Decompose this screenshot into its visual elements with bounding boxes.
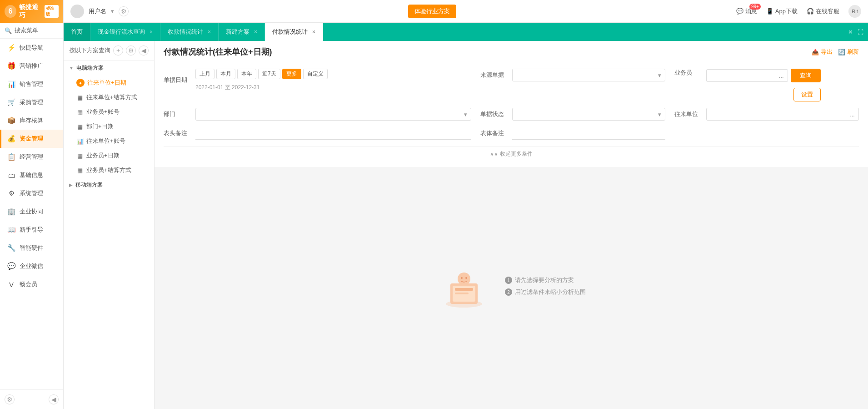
voucher-status-select[interactable]: ▾ xyxy=(512,108,665,121)
panel-settings-btn[interactable]: ⚙ xyxy=(126,45,136,56)
header-note-label: 表头备注 xyxy=(164,129,191,137)
header-note-input[interactable] xyxy=(195,127,471,140)
sidebar-item-quick-nav[interactable]: ⚡快捷导航 xyxy=(0,39,63,57)
date-last-7-days-btn[interactable]: 近7天 xyxy=(258,69,280,79)
message-icon: 💬 xyxy=(736,8,743,15)
page-actions: 📤 导出 🔄 刷新 xyxy=(812,48,859,56)
sidebar-item-operations[interactable]: 📋经营管理 xyxy=(0,148,63,166)
sidebar-item-marketing[interactable]: 🎁营销推广 xyxy=(0,57,63,75)
partner-filter: 往来单位 ... xyxy=(674,108,859,121)
tab-close-receipt-stats[interactable]: × xyxy=(208,29,211,35)
panel-item-partner-date[interactable]: ●往来单位+日期 xyxy=(64,76,154,90)
body-note-input[interactable] xyxy=(512,127,665,140)
nav-icon-finance: 💰 xyxy=(7,134,16,143)
trial-btn[interactable]: 体验行业方案 xyxy=(408,5,456,18)
export-btn[interactable]: 📤 导出 xyxy=(812,48,833,56)
collapse-label: 收起更多条件 xyxy=(500,150,533,158)
date-this-month-btn[interactable]: 本月 xyxy=(216,69,235,79)
tab-close-new-scheme[interactable]: × xyxy=(254,29,257,35)
dropdown-icon[interactable]: ▾ xyxy=(111,8,114,15)
close-all-icon[interactable]: ✕ xyxy=(848,29,853,35)
topbar-settings-icon[interactable]: ⚙ xyxy=(119,6,129,16)
tab-home[interactable]: 首页 xyxy=(64,23,90,41)
sidebar-item-wechat[interactable]: 💬企业微信 xyxy=(0,257,63,275)
tabbar: 首页现金银行流水查询×收款情况统计×新建方案×付款情况统计× ✕ ⛶ xyxy=(64,23,868,41)
panel-item-staff-date[interactable]: ▦业务员+日期 xyxy=(64,148,154,163)
panel-item-staff-settle[interactable]: ▦业务员+结算方式 xyxy=(64,163,154,177)
source-filter: 来源单据 ▾ xyxy=(480,69,665,81)
settings-display-btn[interactable]: 设置 xyxy=(793,88,821,101)
sidebar-item-enterprise[interactable]: 🏢企业协同 xyxy=(0,202,63,221)
search-menu[interactable]: 🔍 搜索菜单 xyxy=(0,23,63,39)
panel-section-title-mobile[interactable]: ▶移动端方案 xyxy=(64,177,154,192)
sidebar-item-inventory[interactable]: 📦库存核算 xyxy=(0,111,63,130)
empty-hint-1: 1 请先选择要分析的方案 xyxy=(505,276,586,284)
user-avatar[interactable]: Rit xyxy=(848,5,861,18)
panel-item-staff-account[interactable]: ▦业务员+账号 xyxy=(64,105,154,119)
sidebar-item-hardware[interactable]: 🔧智能硬件 xyxy=(0,239,63,257)
tab-close-bank-flow[interactable]: × xyxy=(150,29,153,35)
panel-section-title-desktop[interactable]: ▼电脑端方案 xyxy=(64,61,154,76)
app-download-btn[interactable]: 📱 App下载 xyxy=(766,7,798,15)
staff-filter: 业务员 ... 查询 设置 xyxy=(674,69,859,101)
edition-badge: 标准版 xyxy=(45,5,59,18)
user-avatar-text: Rit xyxy=(852,9,858,14)
date-more-btn[interactable]: 更多 xyxy=(282,69,301,79)
tab-label-new-scheme: 新建方案 xyxy=(226,28,249,36)
hint-num-1: 1 xyxy=(505,277,512,284)
left-panel: 按以下方案查询 + ⚙ ◀ ▼电脑端方案●往来单位+日期▦往来单位+结算方式▦业… xyxy=(64,41,155,409)
panel-item-partner-settle[interactable]: ▦往来单位+结算方式 xyxy=(64,90,154,105)
partner-control: ... xyxy=(706,108,859,121)
source-select[interactable]: ▾ xyxy=(512,69,665,81)
collapse-btn[interactable]: ∧∧ 收起更多条件 xyxy=(164,146,859,162)
sidebar-item-guide[interactable]: 📖新手引导 xyxy=(0,221,63,239)
nav-label-operations: 经营管理 xyxy=(20,153,43,161)
tab-receipt-stats[interactable]: 收款情况统计× xyxy=(160,23,219,41)
item-label-dept-date: 部门+日期 xyxy=(86,122,114,131)
online-service-btn[interactable]: 🎧 在线客服 xyxy=(807,7,839,15)
download-icon: 📱 xyxy=(766,8,773,15)
date-label: 单据日期 xyxy=(164,76,191,84)
sidebar-bottom: ⚙ ◀ xyxy=(0,389,63,409)
expand-icon[interactable]: ⛶ xyxy=(858,29,863,35)
notifications-badge: 99+ xyxy=(749,4,761,10)
panel-add-btn[interactable]: + xyxy=(113,45,123,56)
date-custom-btn[interactable]: 自定义 xyxy=(303,69,328,79)
item-icon-staff-date: ▦ xyxy=(76,152,84,159)
page-title: 付款情况统计(往来单位+日期) xyxy=(164,46,272,57)
nav-label-marketing: 营销推广 xyxy=(20,62,43,70)
item-label-staff-date: 业务员+日期 xyxy=(86,151,120,160)
refresh-btn[interactable]: 🔄 刷新 xyxy=(838,48,859,56)
tab-payment-stats[interactable]: 付款情况统计× xyxy=(265,23,323,41)
sidebar-item-system[interactable]: ⚙系统管理 xyxy=(0,184,63,202)
sidebar-item-finance[interactable]: 💰资金管理 xyxy=(0,130,63,148)
tab-close-payment-stats[interactable]: × xyxy=(312,29,315,35)
panel-item-partner-account[interactable]: 📊往来单位+账号 xyxy=(64,134,154,148)
dept-control: ▾ xyxy=(195,108,471,121)
date-filter: 单据日期 上月 本月 本年 近7天 更多 自定义 2022- xyxy=(164,69,471,91)
header-note-control xyxy=(195,127,471,140)
panel-collapse-btn[interactable]: ◀ xyxy=(139,45,149,56)
sidebar-item-purchase[interactable]: 🛒采购管理 xyxy=(0,93,63,111)
dept-select[interactable]: ▾ xyxy=(195,108,471,121)
panel-item-dept-date[interactable]: ▦部门+日期 xyxy=(64,119,154,134)
sidebar-collapse-btn[interactable]: ◀ xyxy=(49,394,59,404)
nav-icon-purchase: 🛒 xyxy=(7,98,16,107)
tab-bank-flow[interactable]: 现金银行流水查询× xyxy=(90,23,160,41)
arrow-icon-desktop: ▼ xyxy=(69,66,74,71)
sidebar-item-vip[interactable]: V畅会员 xyxy=(0,275,63,293)
staff-select[interactable]: ... xyxy=(706,69,788,82)
right-content: 付款情况统计(往来单位+日期) 📤 导出 🔄 刷新 xyxy=(155,41,868,409)
date-this-year-btn[interactable]: 本年 xyxy=(237,69,256,79)
sidebar-settings-btn[interactable]: ⚙ xyxy=(5,394,15,404)
sidebar-item-basic-info[interactable]: 🗃基础信息 xyxy=(0,166,63,184)
partner-select[interactable]: ... xyxy=(706,108,859,121)
nav-label-inventory: 库存核算 xyxy=(20,116,43,125)
query-btn[interactable]: 查询 xyxy=(791,69,821,82)
svg-point-6 xyxy=(461,277,463,279)
tab-new-scheme[interactable]: 新建方案× xyxy=(219,23,265,41)
notifications-btn[interactable]: 💬 消息 99+ xyxy=(736,7,757,15)
section-label-desktop: 电脑端方案 xyxy=(76,64,104,72)
date-last-month-btn[interactable]: 上月 xyxy=(195,69,215,79)
sidebar-item-sales[interactable]: 📊销售管理 xyxy=(0,75,63,93)
